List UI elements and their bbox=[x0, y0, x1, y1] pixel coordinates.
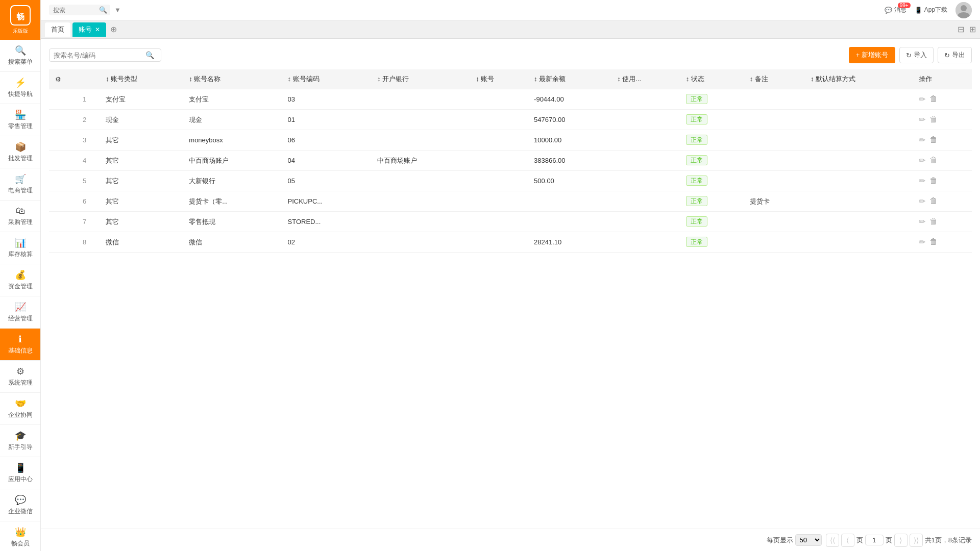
inventory-check-icon: 📊 bbox=[15, 237, 26, 248]
edit-icon[interactable]: ✏ bbox=[919, 196, 925, 206]
edit-icon[interactable]: ✏ bbox=[919, 156, 925, 165]
row-type: 其它 bbox=[100, 212, 183, 232]
topbar-dropdown-icon[interactable]: ▼ bbox=[114, 6, 121, 14]
topbar-right: 💬 消息 99+ 📱 App下载 bbox=[885, 2, 972, 18]
tab-expand-icon[interactable]: ⊕ bbox=[110, 24, 117, 34]
col-balance[interactable]: ↕ 最新余额 bbox=[528, 69, 611, 89]
delete-icon[interactable]: 🗑 bbox=[929, 196, 938, 206]
sidebar-item-capital-mgmt[interactable]: 💰 资金管理 bbox=[0, 264, 40, 296]
basic-info-icon: ℹ bbox=[18, 334, 22, 345]
tab-close-icon[interactable]: ✕ bbox=[95, 26, 100, 33]
user-avatar[interactable] bbox=[955, 2, 972, 18]
page-label: 页 bbox=[856, 536, 863, 545]
delete-icon[interactable]: 🗑 bbox=[929, 217, 938, 227]
purchase-mgmt-icon: 🛍 bbox=[16, 206, 25, 216]
row-settings-cell bbox=[49, 110, 69, 130]
add-account-button[interactable]: + 新增账号 bbox=[849, 47, 895, 63]
page-next-button[interactable]: ⟩ bbox=[894, 534, 908, 547]
account-search-input[interactable] bbox=[54, 52, 145, 59]
col-account-name[interactable]: ↕ 账号名称 bbox=[183, 69, 281, 89]
topbar: 🔍 ▼ 💬 消息 99+ 📱 App下载 bbox=[41, 0, 980, 20]
edit-icon[interactable]: ✏ bbox=[919, 94, 925, 104]
topbar-search-box[interactable]: 🔍 bbox=[49, 5, 110, 15]
edit-icon[interactable]: ✏ bbox=[919, 176, 925, 186]
sidebar-item-app-center[interactable]: 📱 应用中心 bbox=[0, 457, 40, 489]
ecommerce-mgmt-icon: 🛒 bbox=[15, 173, 26, 185]
row-actions: ✏ 🗑 bbox=[913, 171, 972, 191]
sidebar-item-wholesale-mgmt[interactable]: 📦 批发管理 bbox=[0, 136, 40, 168]
row-name: moneybosx bbox=[183, 130, 281, 151]
tab-minimize-icon[interactable]: ⊟ bbox=[958, 24, 964, 34]
table-row: 6 其它 提货卡（零... PICKUPC... 正常 提货卡 ✏ 🗑 bbox=[49, 191, 972, 212]
delete-icon[interactable]: 🗑 bbox=[929, 94, 938, 104]
row-settlement bbox=[804, 89, 913, 110]
col-settings[interactable]: ⚙ bbox=[49, 69, 69, 89]
row-remark bbox=[744, 212, 804, 232]
table-body: 1 支付宝 支付宝 03 -90444.00 正常 ✏ 🗑 2 现金 现金 01… bbox=[49, 89, 972, 253]
edit-icon[interactable]: ✏ bbox=[919, 237, 925, 247]
page-first-button[interactable]: ⟨⟨ bbox=[826, 534, 839, 547]
sidebar-item-purchase-mgmt[interactable]: 🛍 采购管理 bbox=[0, 201, 40, 232]
page-size-select[interactable]: 50 100 200 bbox=[795, 534, 822, 546]
row-type: 现金 bbox=[100, 110, 183, 130]
sidebar-item-quick-nav[interactable]: ⚡ 快捷导航 bbox=[0, 72, 40, 104]
sidebar-item-label: 批发管理 bbox=[8, 154, 33, 163]
col-account-num[interactable]: ↕ 账号 bbox=[470, 69, 528, 89]
table-row: 7 其它 零售抵现 STORED... 正常 ✏ 🗑 bbox=[49, 212, 972, 232]
row-num: 5 bbox=[69, 171, 100, 191]
sidebar-item-inventory-check[interactable]: 📊 库存核算 bbox=[0, 232, 40, 264]
row-settings-cell bbox=[49, 171, 69, 191]
app-download-button[interactable]: 📱 App下载 bbox=[915, 6, 947, 14]
delete-icon[interactable]: 🗑 bbox=[929, 115, 938, 124]
row-usage bbox=[611, 151, 679, 171]
delete-icon[interactable]: 🗑 bbox=[929, 237, 938, 247]
tab-maximize-icon[interactable]: ⊞ bbox=[969, 24, 976, 34]
topbar-search-input[interactable] bbox=[53, 7, 99, 14]
page-nav: ⟨⟨ ⟨ 页 页 ⟩ ⟩⟩ 共1页，8条记录 bbox=[826, 534, 972, 547]
row-remark bbox=[744, 171, 804, 191]
col-status[interactable]: ↕ 状态 bbox=[680, 69, 744, 89]
row-balance: 383866.00 bbox=[528, 151, 611, 171]
sidebar-item-ecommerce-mgmt[interactable]: 🛒 电商管理 bbox=[0, 168, 40, 201]
app-download-label: App下载 bbox=[924, 6, 947, 14]
table-row: 8 微信 微信 02 28241.10 正常 ✏ 🗑 bbox=[49, 232, 972, 253]
col-remark[interactable]: ↕ 备注 bbox=[744, 69, 804, 89]
row-account bbox=[470, 151, 528, 171]
row-status: 正常 bbox=[680, 130, 744, 151]
sidebar-item-system-mgmt[interactable]: ⚙ 系统管理 bbox=[0, 361, 40, 393]
sidebar-item-enterprise-agreement[interactable]: 🤝 企业协同 bbox=[0, 393, 40, 425]
col-account-type[interactable]: ↕ 账号类型 bbox=[100, 69, 183, 89]
col-bank[interactable]: ↕ 开户银行 bbox=[371, 69, 470, 89]
sidebar-item-enterprise-wechat[interactable]: 💬 企业微信 bbox=[0, 489, 40, 521]
row-status: 正常 bbox=[680, 89, 744, 110]
page-prev-button[interactable]: ⟨ bbox=[841, 534, 854, 547]
edit-icon[interactable]: ✏ bbox=[919, 135, 925, 145]
sidebar-item-vip-member[interactable]: 👑 畅会员 bbox=[0, 521, 40, 551]
row-actions: ✏ 🗑 bbox=[913, 89, 972, 110]
export-button[interactable]: ↻ 导出 bbox=[938, 47, 972, 63]
col-usage[interactable]: ↕ 使用... bbox=[611, 69, 679, 89]
sidebar-item-basic-info[interactable]: ℹ 基础信息 bbox=[0, 329, 40, 361]
import-button[interactable]: ↻ 导入 bbox=[899, 47, 934, 63]
tab-home[interactable]: 首页 bbox=[45, 22, 70, 37]
col-settlement[interactable]: ↕ 默认结算方式 bbox=[804, 69, 913, 89]
sidebar-item-search-menu[interactable]: 🔍 搜索菜单 bbox=[0, 40, 40, 72]
col-account-code[interactable]: ↕ 账号编码 bbox=[282, 69, 371, 89]
account-search-box[interactable]: 🔍 bbox=[49, 48, 161, 62]
row-name: 微信 bbox=[183, 232, 281, 253]
sidebar-item-retail-mgmt[interactable]: 🏪 零售管理 bbox=[0, 104, 40, 136]
delete-icon[interactable]: 🗑 bbox=[929, 135, 938, 145]
edit-icon[interactable]: ✏ bbox=[919, 115, 925, 124]
sidebar-item-operation-mgmt[interactable]: 📈 经营管理 bbox=[0, 296, 40, 329]
tab-account[interactable]: 账号 ✕ bbox=[72, 22, 106, 37]
account-search-icon[interactable]: 🔍 bbox=[145, 51, 154, 59]
sidebar-item-newbie-guide[interactable]: 🎓 新手引导 bbox=[0, 425, 40, 457]
page-number-input[interactable] bbox=[865, 535, 884, 545]
message-button[interactable]: 💬 消息 99+ bbox=[885, 6, 906, 14]
edit-icon[interactable]: ✏ bbox=[919, 217, 925, 227]
import-label: 导入 bbox=[914, 51, 927, 60]
delete-icon[interactable]: 🗑 bbox=[929, 156, 938, 165]
row-settings-cell bbox=[49, 212, 69, 232]
page-last-button[interactable]: ⟩⟩ bbox=[910, 534, 923, 547]
delete-icon[interactable]: 🗑 bbox=[929, 176, 938, 186]
